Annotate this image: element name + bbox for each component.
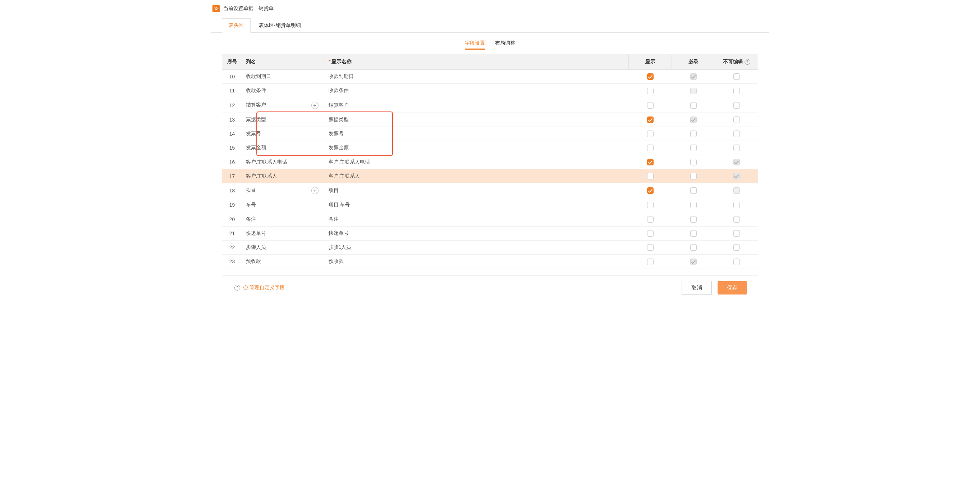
chevron-right-double-icon xyxy=(214,6,218,11)
cell-name: 项目+ xyxy=(242,183,325,198)
checkbox-required xyxy=(690,88,697,94)
cell-display[interactable]: 项目 xyxy=(325,183,629,198)
table-row[interactable]: 20备注备注 xyxy=(222,212,758,226)
checkbox-required[interactable] xyxy=(690,230,697,237)
footer-bar: ? 管理自定义字段 取消 保存 xyxy=(222,275,758,300)
checkbox-show[interactable] xyxy=(647,88,654,94)
checkbox-required[interactable] xyxy=(690,131,697,137)
th-display: *显示名称 xyxy=(325,54,629,70)
checkbox-readonly[interactable] xyxy=(733,145,740,151)
add-subfield-button[interactable]: + xyxy=(311,102,318,109)
table-row[interactable]: 16客户.主联系人电话客户.主联系人电话 xyxy=(222,155,758,169)
cell-display[interactable]: 客户.主联系人 xyxy=(325,169,629,183)
table-row[interactable]: 19车号项目.车号 xyxy=(222,198,758,212)
checkbox-readonly[interactable] xyxy=(733,116,740,123)
help-icon[interactable]: ? xyxy=(745,59,750,65)
checkbox-required[interactable] xyxy=(690,216,697,223)
cell-display[interactable]: 预收款 xyxy=(325,255,629,269)
checkbox-required[interactable] xyxy=(690,102,697,108)
cell-display[interactable]: 票据类型 xyxy=(325,113,629,127)
cancel-button[interactable]: 取消 xyxy=(682,281,712,295)
doc-title-name: 销货单 xyxy=(258,5,274,12)
checkbox-required[interactable] xyxy=(690,145,697,151)
checkbox-show[interactable] xyxy=(647,116,654,123)
table-row[interactable]: 15发票金额发票金额 xyxy=(222,141,758,155)
cell-display[interactable]: 发票金额 xyxy=(325,141,629,155)
cell-display[interactable]: 收款条件 xyxy=(325,84,629,98)
checkbox-show[interactable] xyxy=(647,244,654,251)
checkbox-show[interactable] xyxy=(647,258,654,265)
cell-seq: 22 xyxy=(222,240,242,254)
cell-display[interactable]: 备注 xyxy=(325,212,629,226)
checkbox-readonly[interactable] xyxy=(733,230,740,237)
save-button[interactable]: 保存 xyxy=(718,281,747,295)
cell-display[interactable]: 收款到期日 xyxy=(325,70,629,84)
cell-seq: 15 xyxy=(222,141,242,155)
checkbox-readonly[interactable] xyxy=(733,88,740,94)
checkbox-show[interactable] xyxy=(647,73,654,80)
checkbox-show[interactable] xyxy=(647,187,654,194)
cell-seq: 19 xyxy=(222,198,242,212)
doc-title-prefix: 当前设置单据： xyxy=(223,5,258,12)
table-row[interactable]: 12结算客户+结算客户 xyxy=(222,98,758,113)
checkbox-required xyxy=(690,73,697,80)
cell-display[interactable]: 项目.车号 xyxy=(325,198,629,212)
checkbox-readonly xyxy=(733,187,740,194)
header-bar: 当前设置单据： 销货单 xyxy=(211,2,769,16)
subtab-field-settings[interactable]: 字段设置 xyxy=(465,38,485,49)
help-icon[interactable]: ? xyxy=(234,285,240,291)
table-row[interactable]: 14发票号发票号 xyxy=(222,127,758,141)
subtab-layout[interactable]: 布局调整 xyxy=(495,38,515,49)
table-row[interactable]: 11收款条件收款条件 xyxy=(222,84,758,98)
checkbox-readonly[interactable] xyxy=(733,102,740,108)
table-row[interactable]: 13票据类型票据类型 xyxy=(222,113,758,127)
cell-display[interactable]: 快递单号 xyxy=(325,226,629,240)
cell-display[interactable]: 结算客户 xyxy=(325,98,629,113)
checkbox-readonly[interactable] xyxy=(733,131,740,137)
checkbox-show[interactable] xyxy=(647,145,654,151)
table-row[interactable]: 17客户.主联系人客户.主联系人 xyxy=(222,169,758,183)
cell-seq: 16 xyxy=(222,155,242,169)
checkbox-required[interactable] xyxy=(690,244,697,251)
checkbox-show[interactable] xyxy=(647,131,654,137)
checkbox-show[interactable] xyxy=(647,230,654,237)
table-row[interactable]: 23预收款预收款 xyxy=(222,255,758,269)
checkbox-readonly[interactable] xyxy=(733,258,740,265)
cell-display[interactable]: 步骤1人员 xyxy=(325,240,629,254)
checkbox-readonly[interactable] xyxy=(733,73,740,80)
cell-display[interactable]: 发票号 xyxy=(325,127,629,141)
checkbox-required[interactable] xyxy=(690,187,697,194)
th-required: 必录 xyxy=(672,54,715,70)
cell-name: 车号 xyxy=(242,198,325,212)
table-row[interactable]: 22步骤人员步骤1人员 xyxy=(222,240,758,254)
checkbox-show[interactable] xyxy=(647,102,654,108)
checkbox-readonly xyxy=(733,159,740,166)
cell-seq: 12 xyxy=(222,98,242,113)
checkbox-readonly[interactable] xyxy=(733,202,740,208)
table-row[interactable]: 18项目+项目 xyxy=(222,183,758,198)
checkbox-readonly[interactable] xyxy=(733,216,740,223)
checkbox-readonly[interactable] xyxy=(733,244,740,251)
cell-name: 结算客户+ xyxy=(242,98,325,113)
table-row[interactable]: 21快递单号快递单号 xyxy=(222,226,758,240)
expand-panel-button[interactable] xyxy=(212,5,220,12)
tab-header-area[interactable]: 表头区 xyxy=(222,18,251,33)
cell-seq: 21 xyxy=(222,226,242,240)
tab-body-area[interactable]: 表体区-销货单明细 xyxy=(252,18,308,33)
cell-display[interactable]: 客户.主联系人电话 xyxy=(325,155,629,169)
cell-name: 发票金额 xyxy=(242,141,325,155)
checkbox-required[interactable] xyxy=(690,202,697,208)
th-readonly: 不可编辑? xyxy=(715,54,758,70)
checkbox-show[interactable] xyxy=(647,159,654,166)
checkbox-show[interactable] xyxy=(647,173,654,180)
checkbox-required[interactable] xyxy=(690,159,697,166)
cell-seq: 23 xyxy=(222,255,242,269)
table-row[interactable]: 10收款到期日收款到期日 xyxy=(222,70,758,84)
add-subfield-button[interactable]: + xyxy=(311,187,318,194)
th-show: 显示 xyxy=(629,54,672,70)
manage-custom-fields-link[interactable]: 管理自定义字段 xyxy=(243,285,285,291)
checkbox-show[interactable] xyxy=(647,216,654,223)
cell-name: 客户.主联系人电话 xyxy=(242,155,325,169)
checkbox-required[interactable] xyxy=(690,173,697,180)
checkbox-show[interactable] xyxy=(647,202,654,208)
